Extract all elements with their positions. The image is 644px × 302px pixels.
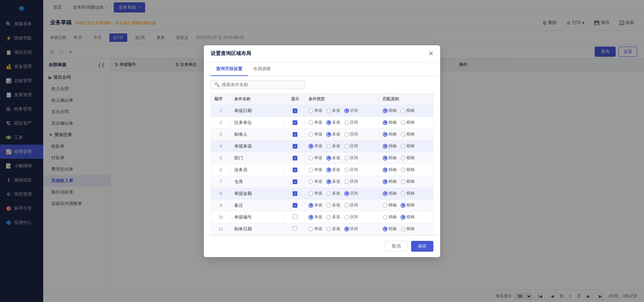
radio-type-2-row-4[interactable]: 区间 [344, 143, 358, 149]
radio-type-2-row-8[interactable]: 区间 [344, 191, 358, 196]
dialog-search-input[interactable] [222, 82, 301, 87]
checkbox-display-row-9[interactable]: ✓ [293, 203, 297, 208]
radio-type-2-row-5[interactable]: 区间 [344, 155, 358, 161]
radio-match-1-row-6[interactable]: 模糊 [401, 167, 414, 173]
dialog-close-button[interactable]: ✕ [428, 50, 433, 57]
radio-match-1-row-1[interactable]: 模糊 [401, 108, 414, 114]
cell-name: 业务员 [231, 164, 285, 176]
radio-type-1-row-6[interactable]: 多值 [326, 167, 340, 173]
cell-display[interactable]: ✓ [285, 176, 305, 187]
radio-type-1-row-1[interactable]: 多值 [326, 108, 340, 114]
cell-match: 精确 模糊 [379, 105, 433, 117]
cell-match: 精确 模糊 [379, 128, 433, 140]
th-display: 显示 [285, 93, 305, 105]
cell-display[interactable]: ✓ [285, 199, 305, 211]
radio-type-0-row-3[interactable]: 单值 [308, 131, 322, 137]
radio-match-0-row-2[interactable]: 精确 [383, 120, 397, 125]
radio-type-0-row-8[interactable]: 单值 [308, 191, 322, 196]
radio-type-2-row-7[interactable]: 区间 [344, 179, 358, 184]
cell-display[interactable]: ✓ [285, 105, 305, 117]
dialog-search-box[interactable]: 🔍 [211, 80, 305, 89]
tab-layout[interactable]: 布局调整 [248, 62, 276, 76]
cell-display[interactable] [285, 211, 305, 223]
dialog-table-row: 1 单据日期 ✓ 单值 多值 区间 精确 模糊 [211, 105, 433, 117]
tab-query-fields[interactable]: 查询字段设置 [211, 62, 248, 76]
radio-match-0-row-5[interactable]: 精确 [383, 155, 397, 161]
radio-type-1-row-8[interactable]: 多值 [326, 191, 340, 196]
radio-match-1-row-9[interactable]: 模糊 [401, 202, 414, 208]
checkbox-display-row-6[interactable]: ✓ [293, 168, 297, 172]
checkbox-display-row-10[interactable] [293, 214, 297, 219]
th-match: 匹配原则 [379, 93, 433, 105]
cell-display[interactable]: ✓ [285, 187, 305, 199]
dialog-table-row: 9 备注 ✓ 单值 多值 区间 精确 模糊 [211, 199, 433, 211]
radio-match-0-row-3[interactable]: 精确 [383, 131, 397, 137]
radio-type-2-row-10[interactable]: 区间 [344, 214, 358, 220]
radio-type-0-row-9[interactable]: 单值 [308, 202, 322, 208]
radio-type-2-row-2[interactable]: 区间 [344, 120, 358, 125]
radio-type-0-row-1[interactable]: 单值 [308, 108, 322, 114]
checkbox-display-row-7[interactable]: ✓ [293, 179, 297, 184]
radio-type-2-row-9[interactable]: 区间 [344, 202, 358, 208]
radio-type-0-row-6[interactable]: 单值 [308, 167, 322, 173]
radio-match-1-row-10[interactable]: 模糊 [401, 214, 414, 220]
cell-display[interactable]: ✓ [285, 140, 305, 152]
radio-match-1-row-3[interactable]: 模糊 [401, 131, 414, 137]
checkbox-display-row-5[interactable]: ✓ [293, 156, 297, 160]
radio-type-1-row-2[interactable]: 多值 [326, 120, 340, 125]
radio-match-1-row-5[interactable]: 模糊 [401, 155, 414, 161]
radio-type-2-row-3[interactable]: 区间 [344, 131, 358, 137]
radio-match-0-row-8[interactable]: 精确 [383, 191, 397, 196]
radio-type-0-row-11[interactable]: 单值 [308, 226, 322, 232]
search-icon: 🔍 [214, 82, 220, 87]
radio-match-0-row-4[interactable]: 精确 [383, 143, 397, 149]
radio-type-2-row-6[interactable]: 区间 [344, 167, 358, 173]
cell-display[interactable]: ✓ [285, 117, 305, 128]
cell-name: 单据编号 [231, 211, 285, 223]
cancel-button[interactable]: 取消 [385, 241, 408, 252]
cell-type: 单值 多值 区间 [305, 187, 379, 199]
cell-type: 单值 多值 区间 [305, 199, 379, 211]
radio-match-0-row-10[interactable]: 精确 [383, 214, 397, 220]
radio-type-2-row-1[interactable]: 区间 [344, 108, 358, 114]
radio-type-0-row-4[interactable]: 单值 [308, 143, 322, 149]
radio-type-0-row-10[interactable]: 单值 [308, 214, 322, 220]
cell-display[interactable]: ✓ [285, 128, 305, 140]
radio-match-0-row-9[interactable]: 精确 [383, 202, 397, 208]
checkbox-display-row-1[interactable]: ✓ [293, 108, 297, 113]
radio-match-0-row-7[interactable]: 精确 [383, 179, 397, 184]
radio-type-1-row-4[interactable]: 多值 [326, 143, 340, 149]
radio-match-1-row-4[interactable]: 模糊 [401, 143, 414, 149]
cell-match: 精确 模糊 [379, 211, 433, 223]
radio-type-1-row-5[interactable]: 多值 [326, 155, 340, 161]
radio-type-0-row-7[interactable]: 单值 [308, 179, 322, 184]
checkbox-display-row-8[interactable]: ✓ [293, 191, 297, 196]
cell-display[interactable]: ✓ [285, 164, 305, 176]
cell-type: 单值 多值 区间 [305, 128, 379, 140]
cell-display[interactable]: ✓ [285, 152, 305, 164]
radio-type-1-row-9[interactable]: 多值 [326, 202, 340, 208]
radio-match-1-row-2[interactable]: 模糊 [401, 120, 414, 125]
radio-match-1-row-8[interactable]: 模糊 [401, 191, 414, 196]
radio-match-0-row-6[interactable]: 精确 [383, 167, 397, 173]
checkbox-display-row-11[interactable] [293, 226, 297, 231]
radio-type-1-row-7[interactable]: 多值 [326, 179, 340, 184]
radio-match-0-row-11[interactable]: 精确 [383, 226, 397, 232]
radio-type-1-row-11[interactable]: 多值 [326, 226, 340, 232]
dialog-tabs: 查询字段设置 布局调整 [204, 62, 440, 76]
checkbox-display-row-3[interactable]: ✓ [293, 132, 297, 137]
checkbox-display-row-4[interactable]: ✓ [293, 144, 297, 149]
radio-type-0-row-5[interactable]: 单值 [308, 155, 322, 161]
cell-name: 部门 [231, 152, 285, 164]
radio-type-1-row-3[interactable]: 多值 [326, 131, 340, 137]
radio-match-0-row-1[interactable]: 精确 [383, 108, 397, 114]
radio-match-1-row-11[interactable]: 模糊 [401, 226, 414, 232]
radio-match-1-row-7[interactable]: 模糊 [401, 179, 414, 184]
radio-type-0-row-2[interactable]: 单值 [308, 120, 322, 125]
radio-type-2-row-11[interactable]: 区间 [344, 226, 358, 232]
cell-match: 精确 模糊 [379, 187, 433, 199]
checkbox-display-row-2[interactable]: ✓ [293, 120, 297, 125]
radio-type-1-row-10[interactable]: 多值 [326, 214, 340, 220]
cell-display[interactable] [285, 223, 305, 235]
dialog-save-button[interactable]: 保存 [411, 241, 433, 252]
